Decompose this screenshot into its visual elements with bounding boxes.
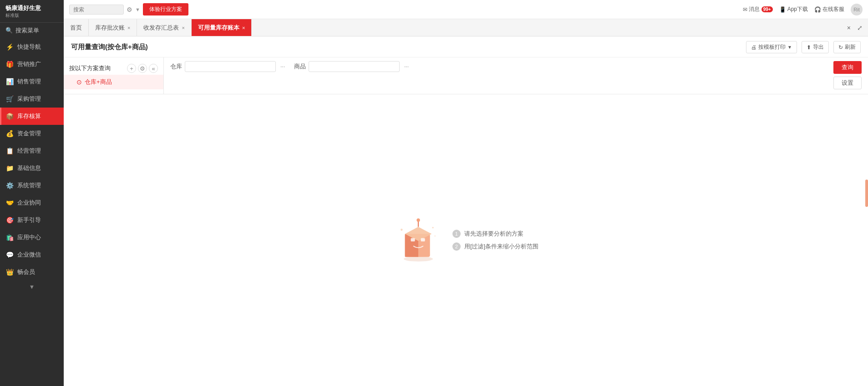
sidebar-item-label: 基础信息 — [17, 164, 41, 172]
trial-button[interactable]: 体验行业方案 — [143, 3, 188, 15]
sidebar-item-marketing[interactable]: 🎁 营销推广 — [0, 56, 64, 73]
sidebar-item-label: 新手引导 — [17, 216, 41, 224]
enterprise-icon: 🤝 — [5, 199, 14, 206]
export-button[interactable]: ⬆ 导出 — [802, 41, 829, 53]
message-label: 消息 — [749, 5, 760, 13]
wechat-icon: 💬 — [5, 251, 14, 258]
sidebar-item-wechat[interactable]: 💬 企业微信 — [0, 246, 64, 263]
app-download-link[interactable]: 📱 App下载 — [779, 5, 808, 13]
topbar-left: ⚙ ▼ 体验行业方案 — [69, 3, 739, 15]
query-scheme-label: 按以下方案查询 — [69, 64, 111, 72]
sidebar-item-purchase[interactable]: 🛒 采购管理 — [0, 90, 64, 108]
print-label: 按模板打印 — [758, 43, 786, 51]
sidebar-item-label: 采购管理 — [17, 95, 41, 103]
page-header-actions: 🖨 按模板打印 ▼ ⬆ 导出 ↻ 刷新 — [746, 41, 861, 53]
tip-text-2: 用[过滤]条件来缩小分析范围 — [464, 242, 538, 251]
svg-point-7 — [416, 218, 420, 221]
query-panel: 按以下方案查询 + ⚙ « ⊙ 仓库+商品 仓库 ··· 商品 · — [64, 57, 868, 94]
add-scheme-button[interactable]: + — [127, 64, 136, 73]
sidebar-item-guide[interactable]: 🎯 新手引导 — [0, 211, 64, 229]
refresh-button[interactable]: ↻ 刷新 — [833, 41, 861, 53]
empty-illustration — [393, 215, 443, 265]
topbar: ⚙ ▼ 体验行业方案 ✉ 消息 99+ 📱 App下载 🎧 在线客服 Rit — [64, 0, 868, 19]
message-link[interactable]: ✉ 消息 99+ — [743, 5, 773, 13]
tab-expand-button[interactable]: ⤢ — [855, 23, 864, 32]
sidebar-item-finance[interactable]: 💰 资金管理 — [0, 125, 64, 142]
query-actions: 查询 设置 — [827, 57, 868, 94]
tip-num-1: 1 — [452, 230, 461, 238]
sidebar-item-label: 企业协同 — [17, 199, 41, 207]
sidebar-item-sales[interactable]: 📊 销售管理 — [0, 73, 64, 90]
sidebar-item-operations[interactable]: 📋 经营管理 — [0, 142, 64, 160]
product-more-btn[interactable]: ··· — [402, 62, 411, 71]
tab-available-qty-close[interactable]: × — [242, 25, 245, 31]
service-label: 在线客服 — [822, 5, 844, 13]
tab-close-all-button[interactable]: × — [845, 23, 853, 32]
tab-stocktake-close[interactable]: × — [182, 25, 184, 31]
export-label: 导出 — [813, 43, 824, 51]
svg-point-9 — [432, 227, 434, 229]
empty-tip-1: 1 请先选择要分析的方案 — [452, 230, 538, 238]
settings-button[interactable]: 设置 — [833, 77, 862, 89]
warehouse-input[interactable] — [185, 61, 276, 72]
purchase-icon: 🛒 — [5, 95, 14, 103]
warehouse-more-btn[interactable]: ··· — [279, 62, 287, 71]
search-icon: 🔍 — [5, 27, 13, 34]
tabbar-right-actions: × ⤢ — [842, 19, 868, 36]
product-input[interactable] — [309, 61, 400, 72]
settings-scheme-button[interactable]: ⚙ — [138, 64, 147, 73]
sidebar-item-label: 营销推广 — [17, 60, 41, 68]
tab-stocktake[interactable]: 收发存汇总表 × — [137, 19, 191, 36]
basic-icon: 📁 — [5, 165, 14, 172]
tab-batch-ledger[interactable]: 库存批次账 × — [89, 19, 137, 36]
sidebar-search-label: 搜索菜单 — [15, 26, 39, 35]
main-area: ⚙ ▼ 体验行业方案 ✉ 消息 99+ 📱 App下载 🎧 在线客服 Rit — [64, 0, 868, 386]
sidebar-item-label: 快捷导航 — [17, 43, 41, 51]
brand-title: 畅康通好生意 — [5, 5, 58, 12]
operations-icon: 📋 — [5, 147, 14, 154]
marketing-icon: 🎁 — [5, 61, 14, 68]
message-icon: ✉ — [743, 6, 747, 13]
service-link[interactable]: 🎧 在线客服 — [814, 5, 844, 13]
gear-icon[interactable]: ⚙ — [127, 6, 132, 13]
export-icon: ⬆ — [807, 44, 811, 51]
tip-text-1: 请先选择要分析的方案 — [464, 230, 523, 238]
sidebar-scroll-down[interactable]: ▼ — [0, 281, 64, 293]
appstore-icon: 🛍️ — [5, 234, 14, 241]
svg-rect-4 — [411, 238, 415, 241]
sidebar-item-appstore[interactable]: 🛍️ 应用中心 — [0, 229, 64, 246]
system-icon: ⚙️ — [5, 182, 14, 189]
tab-batch-ledger-label: 库存批次账 — [95, 24, 125, 32]
tip-num-2: 2 — [452, 242, 461, 251]
sidebar-item-basic[interactable]: 📁 基础信息 — [0, 160, 64, 177]
sidebar-item-label: 系统管理 — [17, 181, 41, 190]
sidebar-item-label: 企业微信 — [17, 251, 41, 259]
avatar[interactable]: Rit — [851, 4, 863, 15]
sidebar-item-label: 应用中心 — [17, 233, 41, 242]
sidebar-item-inventory[interactable]: 📦 库存核算 — [0, 108, 64, 125]
message-badge: 99+ — [761, 6, 773, 12]
guide-icon: 🎯 — [5, 216, 14, 224]
scheme-icon: ⊙ — [76, 78, 82, 86]
topbar-right: ✉ 消息 99+ 📱 App下载 🎧 在线客服 Rit — [743, 4, 863, 15]
print-button[interactable]: 🖨 按模板打印 ▼ — [746, 41, 797, 53]
page-title: 可用量查询(按仓库+商品) — [71, 43, 148, 51]
topbar-dropdown-icon[interactable]: ▼ — [135, 7, 140, 12]
warehouse-label: 仓库 — [170, 62, 182, 71]
sidebar-search[interactable]: 🔍 搜索菜单 — [0, 23, 64, 38]
query-button[interactable]: 查询 — [833, 61, 862, 74]
empty-tip-2: 2 用[过滤]条件来缩小分析范围 — [452, 242, 538, 251]
tab-home[interactable]: 首页 — [64, 19, 89, 36]
tab-batch-ledger-close[interactable]: × — [127, 25, 130, 31]
tab-available-qty[interactable]: 可用量库存账本 × — [192, 19, 252, 36]
scheme-warehouse-product[interactable]: ⊙ 仓库+商品 — [64, 75, 163, 89]
printer-icon: 🖨 — [751, 44, 756, 51]
sidebar-item-quick-nav[interactable]: ⚡ 快捷导航 — [0, 38, 64, 56]
print-dropdown-icon[interactable]: ▼ — [787, 45, 792, 50]
sidebar-item-enterprise[interactable]: 🤝 企业协同 — [0, 194, 64, 211]
topbar-search-input[interactable] — [69, 5, 124, 15]
sidebar-item-system[interactable]: ⚙️ 系统管理 — [0, 177, 64, 194]
empty-state: 1 请先选择要分析的方案 2 用[过滤]条件来缩小分析范围 — [64, 94, 868, 386]
collapse-scheme-button[interactable]: « — [149, 64, 158, 73]
sidebar-item-member[interactable]: 👑 畅会员 — [0, 263, 64, 281]
